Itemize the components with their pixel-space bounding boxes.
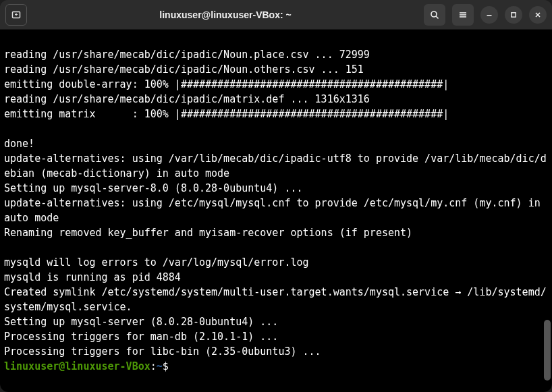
terminal-window: linuxuser@linuxuser-VBox: ~ (0, 0, 552, 392)
titlebar: linuxuser@linuxuser-VBox: ~ (0, 0, 552, 30)
close-button[interactable] (529, 6, 547, 24)
terminal-line: Renaming removed key_buffer and myisam-r… (4, 227, 412, 239)
terminal-line: mysqld is running as pid 4884 (4, 271, 181, 283)
titlebar-right (424, 4, 547, 26)
terminal-line: Setting up mysql-server (8.0.28-0ubuntu4… (4, 316, 278, 328)
prompt-line: linuxuser@linuxuser-VBox:~$ (4, 360, 175, 372)
terminal-line: reading /usr/share/mecab/dic/ipadic/Noun… (4, 49, 370, 61)
minimize-button[interactable] (480, 6, 498, 24)
terminal-line: reading /usr/share/mecab/dic/ipadic/Noun… (4, 63, 364, 76)
terminal-line: Created symlink /etc/systemd/system/mult… (4, 286, 547, 313)
titlebar-left (5, 4, 27, 26)
prompt-symbol: $ (163, 360, 169, 372)
terminal-line: done! (4, 138, 34, 150)
terminal-line: Setting up mysql-server-8.0 (8.0.28-0ubu… (4, 182, 303, 194)
terminal-line: Processing triggers for man-db (2.10.1-1… (4, 331, 278, 343)
terminal-line: update-alternatives: using /etc/mysql/my… (4, 197, 547, 224)
terminal-content[interactable]: reading /usr/share/mecab/dic/ipadic/Noun… (3, 32, 549, 389)
terminal-line: Processing triggers for libc-bin (2.35-0… (4, 345, 321, 358)
terminal-line: emitting matrix : 100% |################… (4, 108, 455, 120)
search-button[interactable] (424, 4, 445, 26)
prompt-user: linuxuser@linuxuser-VBox (4, 360, 150, 372)
maximize-button[interactable] (505, 6, 522, 24)
scrollbar-thumb[interactable] (544, 320, 551, 381)
svg-line-2 (436, 16, 439, 19)
prompt-sep: : (150, 360, 157, 372)
terminal-line: update-alternatives: using /var/lib/meca… (4, 152, 547, 179)
menu-button[interactable] (452, 4, 474, 26)
terminal-line: mysqld will log errors to /var/log/mysql… (4, 256, 309, 269)
terminal-line: emitting double-array: 100% |###########… (4, 78, 455, 90)
terminal-line: reading /usr/share/mecab/dic/ipadic/matr… (4, 93, 370, 105)
svg-rect-7 (512, 12, 516, 16)
prompt-path: ~ (157, 360, 163, 372)
terminal-body[interactable]: reading /usr/share/mecab/dic/ipadic/Noun… (0, 30, 552, 392)
svg-point-1 (431, 11, 437, 17)
window-title: linuxuser@linuxuser-VBox: ~ (32, 9, 418, 20)
new-tab-button[interactable] (5, 4, 27, 26)
